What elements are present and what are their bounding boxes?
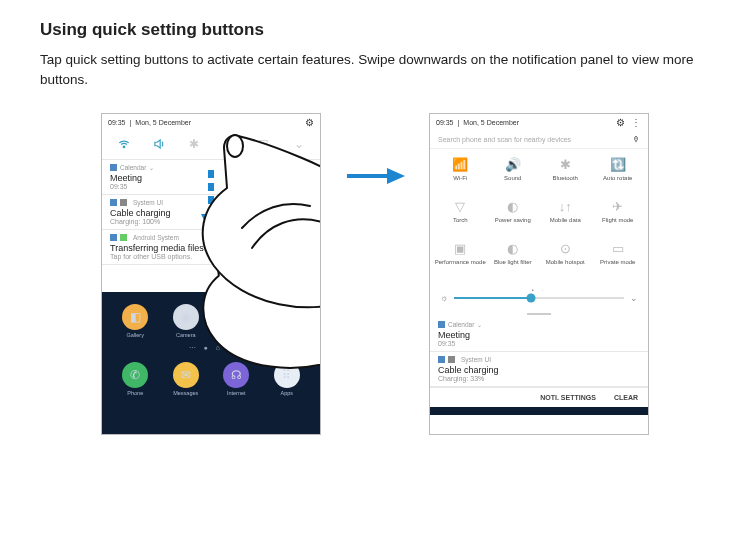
- qs-tile-wifi[interactable]: 📶Wi-Fi: [434, 157, 487, 199]
- search-bar[interactable]: Search phone and scan for nearby devices…: [430, 131, 648, 149]
- torch-icon[interactable]: ▽: [255, 135, 273, 153]
- page-intro: Tap quick setting buttons to activate ce…: [40, 50, 710, 91]
- qs-tile-flight[interactable]: ✈Flight mode: [592, 199, 645, 241]
- status-time: 09:35: [436, 119, 454, 126]
- gear-icon[interactable]: ⚙: [305, 117, 314, 128]
- app-gallery[interactable]: ◧: [122, 304, 148, 330]
- blf-icon: ◐: [507, 241, 518, 256]
- sound-icon[interactable]: [150, 135, 168, 153]
- chevron-down-icon[interactable]: ⌄: [630, 293, 638, 303]
- bt-icon: ✱: [560, 157, 571, 172]
- quick-row: ✱ ▽ ⌄: [102, 131, 320, 160]
- noti-settings-button[interactable]: NOTI. SETTINGS: [540, 394, 596, 401]
- mic-icon[interactable]: 🎙: [633, 136, 640, 143]
- swipe-down-arrow-icon: [200, 168, 222, 240]
- status-bar: 09:35 | Mon, 5 December ⚙: [102, 114, 320, 131]
- rotate-icon[interactable]: [220, 135, 238, 153]
- notif-card[interactable]: System UI Cable charging Charging: 33%: [430, 352, 648, 387]
- private-icon: ▭: [612, 241, 624, 256]
- status-time: 09:35: [108, 119, 126, 126]
- transition-arrow-icon: [345, 113, 405, 467]
- app-playstore[interactable]: ▶: [223, 304, 249, 330]
- torch-icon: ▽: [455, 199, 465, 214]
- svg-point-0: [123, 146, 125, 148]
- page-indicator: ⋯ ● ⌂ •: [110, 344, 312, 352]
- qs-tile-sound[interactable]: 🔊Sound: [487, 157, 540, 199]
- sound-icon: 🔊: [505, 157, 521, 172]
- rotate-icon: 🔃: [610, 157, 626, 172]
- svg-marker-2: [201, 214, 221, 234]
- phone-expanded: 09:35 | Mon, 5 December ⚙ ⋮ Search phone…: [429, 113, 649, 435]
- brightness-icon: ☼: [440, 293, 448, 303]
- wifi-icon: 📶: [452, 157, 468, 172]
- hotspot-icon: ⊙: [560, 241, 571, 256]
- app-messages[interactable]: ✉: [173, 362, 199, 388]
- app-phone[interactable]: ✆: [122, 362, 148, 388]
- figure-wrap: 09:35 | Mon, 5 December ⚙ ✱ ▽ ⌄ Calendar…: [40, 113, 710, 467]
- home-screen: ◧Gallery ◉Camera ▶Play Store GGoogle ⋯ ●…: [102, 292, 320, 434]
- qs-tile-bt[interactable]: ✱Bluetooth: [539, 157, 592, 199]
- qs-tile-perf[interactable]: ▣Performance mode: [434, 241, 487, 283]
- brightness-slider[interactable]: ☼ ⌄: [430, 293, 648, 309]
- page-heading: Using quick setting buttons: [40, 20, 710, 40]
- noti-settings-button[interactable]: NOTI. SETTINGS: [102, 265, 320, 282]
- status-bar: 09:35 | Mon, 5 December ⚙ ⋮: [430, 114, 648, 131]
- svg-marker-6: [387, 168, 405, 184]
- app-google[interactable]: G: [274, 304, 300, 330]
- gear-icon[interactable]: ⚙: [616, 117, 625, 128]
- panel-handle[interactable]: [527, 313, 551, 315]
- qs-tile-power[interactable]: ◐Power saving: [487, 199, 540, 241]
- data-icon: ↓↑: [559, 199, 572, 214]
- quick-settings-grid: 📶Wi-Fi🔊Sound✱Bluetooth🔃Auto rotate▽Torch…: [430, 149, 648, 287]
- app-apps[interactable]: ⠿: [274, 362, 300, 388]
- bluetooth-icon[interactable]: ✱: [185, 135, 203, 153]
- clear-button[interactable]: CLEAR: [614, 394, 638, 401]
- phone-collapsed: 09:35 | Mon, 5 December ⚙ ✱ ▽ ⌄ Calendar…: [101, 113, 321, 435]
- qs-tile-hotspot[interactable]: ⊙Mobile hotspot: [539, 241, 592, 283]
- notif-card[interactable]: Calendar ⌄ Meeting 09:35: [430, 317, 648, 352]
- status-date: Mon, 5 December: [135, 119, 191, 126]
- qs-tile-blf[interactable]: ◐Blue light filter: [487, 241, 540, 283]
- app-internet[interactable]: ☊: [223, 362, 249, 388]
- qs-tile-data[interactable]: ↓↑Mobile data: [539, 199, 592, 241]
- expand-icon[interactable]: ⌄: [290, 135, 308, 153]
- app-camera[interactable]: ◉: [173, 304, 199, 330]
- home-strip: [430, 407, 648, 415]
- qs-tile-torch[interactable]: ▽Torch: [434, 199, 487, 241]
- status-date: Mon, 5 December: [463, 119, 519, 126]
- perf-icon: ▣: [454, 241, 466, 256]
- flight-icon: ✈: [612, 199, 623, 214]
- power-icon: ◐: [507, 199, 518, 214]
- qs-tile-rotate[interactable]: 🔃Auto rotate: [592, 157, 645, 199]
- wifi-icon[interactable]: [115, 135, 133, 153]
- more-icon[interactable]: ⋮: [631, 117, 642, 128]
- qs-tile-private[interactable]: ▭Private mode: [592, 241, 645, 283]
